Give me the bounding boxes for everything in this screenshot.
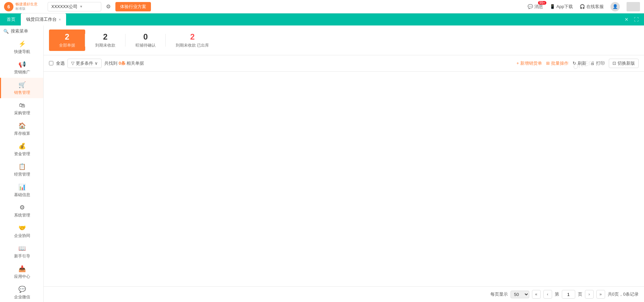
- finance-icon: 💰: [18, 142, 26, 150]
- card-overdue-shipped[interactable]: 2 到期未收款 已出库: [166, 29, 219, 51]
- add-btn[interactable]: + 新增销货单: [517, 60, 542, 66]
- app-download-btn[interactable]: 📱 App下载: [550, 4, 573, 10]
- active-tab-label: 钱货日清工作台: [26, 16, 57, 22]
- filter-arrow-icon: ∨: [95, 61, 98, 66]
- sidebar-item-guide[interactable]: 📖 新手引导: [0, 241, 43, 262]
- online-service-btn[interactable]: 🎧 在线客服: [580, 4, 604, 10]
- select-all-checkbox[interactable]: [49, 61, 53, 65]
- sidebar-item-label-base-info: 基础信息: [14, 192, 30, 198]
- per-page-label: 每页显示: [490, 291, 508, 297]
- empty-table-area: [44, 72, 644, 286]
- sidebar-item-label-app-center: 应用中心: [14, 274, 30, 280]
- home-tab[interactable]: 首页: [1, 13, 21, 25]
- logo-text: 畅捷通好生意: [15, 2, 38, 6]
- avatar[interactable]: 👤: [610, 2, 620, 11]
- card-overdue-label: 到期未收款: [95, 43, 115, 48]
- refresh-btn-label: 刷新: [578, 60, 586, 66]
- filter-btn[interactable]: ▽ 更多条件 ∨: [67, 59, 102, 68]
- sidebar-item-enterprise[interactable]: 🤝 企业协同: [0, 221, 43, 241]
- card-all-number: 2: [65, 32, 69, 42]
- sidebar-item-inventory[interactable]: 🏠 库存核算: [0, 119, 43, 139]
- sidebar-item-label-quick-nav: 快捷导航: [14, 49, 30, 55]
- sidebar-item-sales[interactable]: 🛒 销售管理: [0, 78, 43, 98]
- sidebar-item-label-wecom: 企业微信: [14, 294, 30, 300]
- sidebar-item-app-center[interactable]: 📥 应用中心: [0, 262, 43, 282]
- trial-btn[interactable]: 体验行业方案: [115, 2, 151, 11]
- close-window-icon[interactable]: ✕: [623, 16, 630, 23]
- card-pending-label: 旺辅待确认: [136, 43, 156, 48]
- top-bar: 6 畅捷通好生意 标准版 XXXXXX公司 ▼ ⚙ 体验行业方案 💬 消息 99…: [0, 0, 644, 13]
- sidebar-item-quick-nav[interactable]: ⚡ 快捷导航: [0, 37, 43, 57]
- switch-icon: ⊡: [612, 61, 616, 66]
- guide-icon: 📖: [18, 245, 26, 252]
- refresh-btn[interactable]: ↻ 刷新: [573, 60, 586, 66]
- filter-icon: ▽: [71, 61, 74, 66]
- app-center-icon: 📥: [18, 265, 26, 273]
- page-suffix: 页: [578, 291, 582, 297]
- card-pending[interactable]: 0 旺辅待确认: [125, 29, 166, 51]
- found-suffix: 相关单据: [126, 61, 144, 66]
- per-page-select[interactable]: 50 100 200: [511, 291, 529, 298]
- sidebar-item-marketing[interactable]: 📢 营销推广: [0, 57, 43, 78]
- user-name-area[interactable]: [627, 2, 640, 11]
- sidebar-item-finance[interactable]: 💰 资金管理: [0, 139, 43, 160]
- found-prefix: 共找到: [104, 61, 117, 66]
- operation-icon: 📋: [18, 163, 26, 170]
- card-pending-number: 0: [143, 32, 148, 42]
- sidebar-item-system[interactable]: ⚙ 系统管理: [0, 200, 43, 221]
- sidebar-item-wecom[interactable]: 💬 企业微信: [0, 282, 43, 302]
- close-tab-icon[interactable]: ×: [59, 17, 61, 21]
- first-page-btn[interactable]: «: [532, 290, 541, 299]
- last-page-btn[interactable]: »: [596, 290, 605, 299]
- message-badge: 99+: [538, 1, 546, 5]
- sidebar-item-base-info[interactable]: 📊 基础信息: [0, 180, 43, 200]
- settings-icon[interactable]: ⚙: [105, 2, 112, 11]
- logo-sub: 标准版: [15, 6, 38, 11]
- online-service-icon: 🎧: [580, 4, 585, 9]
- toolbar-left: 全选 ▽ 更多条件 ∨ 共找到 0条 相关单据: [49, 59, 144, 68]
- sidebar-item-label-enterprise: 企业协同: [14, 233, 30, 239]
- batch-btn[interactable]: ⊞ 批量操作: [546, 60, 569, 66]
- print-btn-label: 打印: [596, 60, 605, 66]
- online-service-label: 在线客服: [586, 4, 604, 10]
- maximize-icon[interactable]: ⛶: [633, 16, 640, 23]
- card-overdue-number: 2: [103, 32, 107, 42]
- inventory-icon: 🏠: [18, 122, 26, 129]
- nav-tabs: 首页 钱货日清工作台 × ✕ ⛶: [0, 13, 644, 25]
- sidebar-item-operation[interactable]: 📋 经营管理: [0, 160, 43, 180]
- sidebar-item-purchase[interactable]: 🛍 采购管理: [0, 98, 43, 119]
- message-btn[interactable]: 💬 消息 99+: [528, 4, 543, 10]
- prev-page-btn[interactable]: ‹: [543, 290, 552, 299]
- search-menu-label: 搜索菜单: [11, 28, 28, 34]
- nav-tab-actions: ✕ ⛶: [623, 16, 643, 23]
- marketing-icon: 📢: [18, 61, 26, 68]
- purchase-icon: 🛍: [18, 102, 26, 109]
- enterprise-icon: 🤝: [18, 224, 26, 232]
- print-icon: 🖨: [590, 61, 595, 66]
- print-btn[interactable]: 🖨 打印: [590, 60, 605, 66]
- active-tab[interactable]: 钱货日清工作台 ×: [21, 13, 66, 25]
- sales-icon: 🛒: [18, 81, 26, 88]
- search-menu[interactable]: 🔍 搜索菜单: [0, 25, 43, 37]
- sidebar-item-label-guide: 新手引导: [14, 253, 30, 259]
- system-icon: ⚙: [18, 204, 26, 211]
- next-page-btn[interactable]: ›: [585, 290, 594, 299]
- total-label: 共0页，0条记录: [608, 291, 639, 297]
- sidebar-item-label-marketing: 营销推广: [14, 69, 30, 75]
- layout: 🔍 搜索菜单 ⚡ 快捷导航 📢 营销推广 🛒 销售管理 🛍 采购管理 🏠 库存核…: [0, 25, 644, 302]
- card-all[interactable]: 2 全部单据: [49, 29, 85, 51]
- wecom-icon: 💬: [18, 286, 26, 293]
- switch-btn-label: 切换新版: [618, 60, 635, 66]
- switch-btn[interactable]: ⊡ 切换新版: [609, 59, 639, 68]
- company-dropdown-arrow: ▼: [79, 5, 83, 8]
- logo-icon: 6: [4, 2, 13, 11]
- select-all-label: 全选: [56, 60, 65, 66]
- base-info-icon: 📊: [18, 183, 26, 191]
- summary-cards: 2 全部单据 2 到期未收款 0 旺辅待确认 2 到期未收款 已出库: [44, 25, 644, 55]
- home-tab-label: 首页: [7, 16, 15, 22]
- pagination-bar: 每页显示 50 100 200 « ‹ 第 页 › » 共0页，0条记录: [44, 286, 644, 302]
- company-selector[interactable]: XXXXXX公司 ▼: [48, 2, 101, 11]
- search-icon: 🔍: [3, 29, 9, 34]
- card-overdue[interactable]: 2 到期未收款: [85, 29, 125, 51]
- page-input[interactable]: [562, 290, 575, 299]
